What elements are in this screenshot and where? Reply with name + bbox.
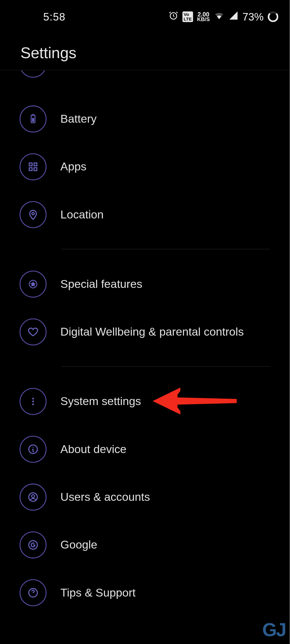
settings-item-about-device[interactable]: About device: [0, 425, 290, 473]
settings-item-system-settings[interactable]: System settings: [0, 377, 290, 425]
settings-item-location[interactable]: Location: [0, 190, 290, 238]
status-bar: 5:58 VoLTE 2.00 KB/S 73%: [0, 0, 290, 27]
svg-rect-3: [32, 118, 34, 122]
settings-item-label: Digital Wellbeing & parental controls: [60, 325, 244, 338]
battery-icon: [20, 105, 47, 132]
settings-item-label: Location: [60, 208, 104, 221]
heart-icon: [20, 318, 47, 345]
phone-screen: 5:58 VoLTE 2.00 KB/S 73% Settings: [0, 0, 290, 644]
user-icon: [20, 483, 47, 510]
settings-item-label: Apps: [60, 160, 86, 173]
star-icon: [20, 271, 47, 297]
divider: [61, 249, 270, 249]
svg-rect-7: [34, 168, 37, 170]
settings-item-label: About device: [60, 443, 127, 456]
loading-spinner-icon: [268, 12, 278, 22]
settings-item-label: Special features: [60, 277, 142, 290]
svg-rect-5: [34, 163, 37, 166]
google-icon: [20, 531, 47, 558]
battery-percent: 73%: [242, 10, 264, 23]
settings-item-apps[interactable]: Apps: [0, 143, 290, 190]
settings-item-google[interactable]: Google: [0, 521, 290, 568]
divider: [61, 366, 270, 367]
settings-item-users-accounts[interactable]: Users & accounts: [0, 473, 290, 521]
partial-item-icon: [20, 70, 47, 78]
status-icons: VoLTE 2.00 KB/S 73%: [168, 10, 278, 24]
svg-rect-6: [29, 168, 32, 170]
help-icon: [20, 579, 47, 606]
settings-item-label: Battery: [60, 112, 96, 125]
svg-point-11: [32, 400, 34, 402]
svg-point-8: [32, 212, 34, 215]
svg-rect-2: [32, 114, 34, 115]
settings-item-partial[interactable]: [0, 70, 290, 78]
info-icon: [20, 436, 47, 463]
settings-item-digital-wellbeing[interactable]: Digital Wellbeing & parental controls: [0, 308, 290, 356]
alarm-icon: [168, 10, 178, 23]
apps-icon: [20, 153, 47, 180]
svg-point-12: [32, 403, 34, 405]
settings-item-label: Google: [60, 538, 97, 551]
svg-rect-4: [29, 163, 32, 166]
cellular-signal-icon: [228, 10, 238, 23]
svg-point-10: [32, 398, 34, 399]
settings-item-tips-support[interactable]: Tips & Support: [0, 568, 290, 616]
settings-item-label: Tips & Support: [60, 586, 135, 599]
svg-point-15: [32, 494, 35, 497]
watermark: GJ: [262, 619, 286, 641]
settings-list[interactable]: Battery Apps Location Special features: [0, 70, 290, 617]
location-icon: [20, 201, 47, 228]
settings-item-battery[interactable]: Battery: [0, 95, 290, 143]
wifi-icon: [214, 10, 224, 24]
status-time: 5:58: [43, 10, 66, 23]
settings-item-label: Users & accounts: [60, 490, 150, 503]
settings-item-label: System settings: [60, 395, 141, 408]
settings-item-special-features[interactable]: Special features: [0, 260, 290, 308]
more-vertical-icon: [20, 388, 47, 415]
data-speed: 2.00 KB/S: [197, 11, 210, 22]
volte-icon: VoLTE: [183, 12, 193, 22]
page-title: Settings: [0, 27, 290, 70]
